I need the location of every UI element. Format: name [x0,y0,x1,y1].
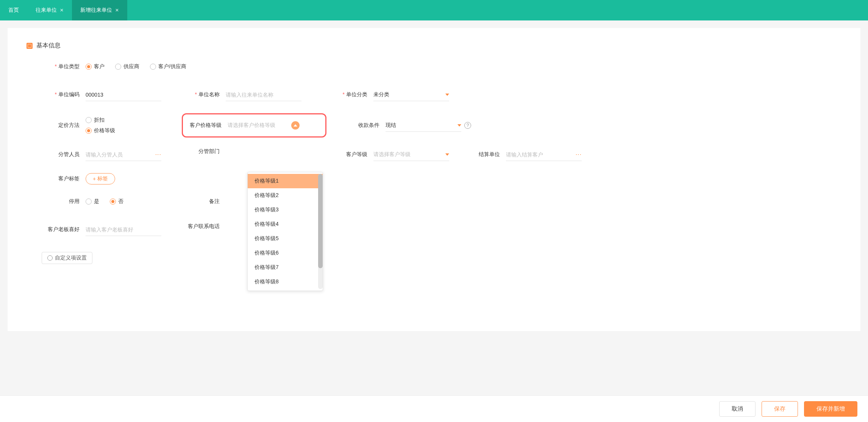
radio-supplier[interactable]: 供应商 [115,63,139,70]
tab-new-unit[interactable]: 新增往来单位 ✕ [72,0,127,20]
select-payment-condition[interactable]: 现结 [386,119,461,132]
dropdown-option[interactable]: 价格等级4 [248,217,323,231]
radio-icon [150,64,156,70]
radio-label: 供应商 [123,63,139,70]
select-price-level[interactable]: 请选择客户价格等级 [228,119,300,132]
add-tag-button[interactable]: + 标签 [86,173,115,184]
price-level-highlight: 客户价格等级 请选择客户价格等级 [182,113,326,138]
tag-button-label: 标签 [97,175,108,182]
radio-label: 折扣 [94,117,105,123]
label-department: 分管部门 [182,148,220,155]
label-price-level: 客户价格等级 [190,122,222,129]
tab-label: 往来单位 [36,7,57,14]
input-settlement-unit[interactable]: ··· [506,148,582,161]
chevron-down-icon [457,124,461,127]
input-boss-preference[interactable] [86,223,161,236]
radio-price-level[interactable]: 价格等级 [86,127,115,134]
dropdown-option[interactable]: 价格等级2 [248,188,323,203]
select-placeholder: 请选择客户价格等级 [228,122,275,129]
close-icon[interactable]: ✕ [60,8,64,13]
select-value: 未分类 [373,91,389,98]
section-title: 基本信息 [27,42,841,50]
label-payment-condition: 收款条件 [342,122,379,129]
input-unit-code[interactable] [86,88,161,101]
select-placeholder: 请选择客户等级 [373,151,411,158]
more-icon[interactable]: ··· [576,151,582,158]
input-manager[interactable]: ··· [86,148,161,161]
radio-icon [86,198,92,205]
label-contact-phone: 客户联系电话 [182,223,220,230]
radio-discount[interactable]: 折扣 [86,117,115,123]
radio-icon [86,117,92,123]
radio-icon [86,128,92,134]
label-unit-name: *单位名称 [182,91,220,98]
dropdown-option[interactable]: 价格等级3 [248,203,323,217]
label-boss-preference: 客户老板喜好 [42,226,80,233]
radio-icon [115,64,121,70]
radio-yes[interactable]: 是 [86,198,99,205]
chevron-down-icon [445,153,449,156]
label-customer-tag: 客户标签 [42,175,80,182]
radio-label: 价格等级 [94,127,115,134]
label-unit-category: *单位分类 [329,91,367,98]
tab-label: 首页 [8,7,19,14]
select-value: 现结 [386,122,396,129]
select-unit-category[interactable]: 未分类 [373,88,449,101]
input-unit-name[interactable] [226,88,301,101]
form: *单位类型 客户 供应商 客户/供应商 [42,63,841,264]
radio-customer[interactable]: 客户 [86,63,105,70]
tab-home[interactable]: 首页 [0,0,27,20]
label-customer-level: 客户等级 [329,151,367,158]
tab-label: 新增往来单位 [80,7,112,14]
price-level-dropdown: 价格等级1 价格等级2 价格等级3 价格等级4 价格等级5 价格等级6 价格等级… [247,172,323,291]
label-pricing-method: 定价方法 [42,122,80,129]
radio-label: 客户 [94,63,105,70]
scrollbar[interactable] [318,174,323,289]
label-settlement-unit: 结算单位 [470,151,500,158]
label-disabled: 停用 [42,198,80,205]
radio-both[interactable]: 客户/供应商 [150,63,186,70]
more-icon[interactable]: ··· [155,151,161,158]
plus-icon: + [93,176,96,182]
label-manager: 分管人员 [42,151,80,158]
tab-units[interactable]: 往来单位 ✕ [27,0,72,20]
radio-label: 是 [94,198,99,205]
radio-label: 客户/供应商 [158,63,186,70]
custom-settings-label: 自定义项设置 [55,255,87,261]
page-content: 基本信息 *单位类型 客户 供应商 客户/供应商 [8,28,860,331]
dropdown-option[interactable]: 价格等级8 [248,275,323,289]
help-icon[interactable]: ? [464,122,471,129]
chevron-down-icon [445,94,449,96]
label-remark: 备注 [182,198,220,205]
select-customer-level[interactable]: 请选择客户等级 [373,148,449,161]
section-icon [27,43,33,49]
radio-icon [110,198,116,205]
label-unit-code: *单位编码 [42,91,80,98]
close-icon[interactable]: ✕ [115,8,119,13]
gear-icon [47,255,53,261]
radio-label: 否 [118,198,123,205]
chevron-up-icon [291,121,300,130]
custom-settings-button[interactable]: 自定义项设置 [42,252,92,264]
radio-no[interactable]: 否 [110,198,123,205]
dropdown-option[interactable]: 价格等级5 [248,231,323,246]
tabs-bar: 首页 往来单位 ✕ 新增往来单位 ✕ [0,0,868,20]
dropdown-option[interactable]: 价格等级7 [248,260,323,275]
section-title-text: 基本信息 [36,42,61,50]
dropdown-option[interactable]: 价格等级6 [248,246,323,260]
radio-icon [86,64,92,70]
dropdown-option[interactable]: 价格等级1 [248,174,323,188]
label-unit-type: *单位类型 [42,63,80,70]
